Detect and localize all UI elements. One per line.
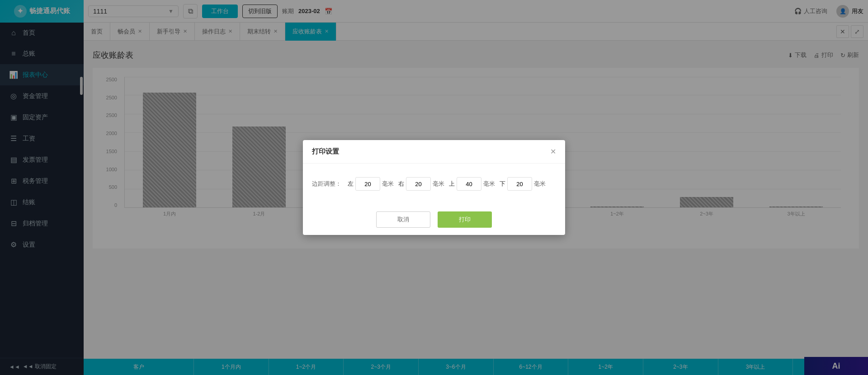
dialog-footer: 取消 打印 (303, 204, 565, 235)
right-label: 右 (398, 180, 404, 188)
bottom-margin-input[interactable] (507, 177, 532, 191)
margin-row: 边距调整： 左 毫米 右 毫米 上 毫米 下 (312, 177, 556, 191)
left-margin-group: 左 毫米 (348, 177, 394, 191)
left-label: 左 (348, 180, 354, 188)
margin-label: 边距调整： (312, 180, 341, 188)
left-margin-input[interactable] (355, 177, 380, 191)
dialog-body: 边距调整： 左 毫米 右 毫米 上 毫米 下 (303, 164, 565, 204)
print-settings-dialog: 打印设置 ✕ 边距调整： 左 毫米 右 毫米 上 毫米 (303, 140, 565, 235)
bottom-unit: 毫米 (534, 180, 546, 188)
cancel-button[interactable]: 取消 (376, 211, 430, 228)
dialog-title: 打印设置 (312, 147, 339, 156)
bottom-label: 下 (500, 180, 505, 188)
top-margin-input[interactable] (457, 177, 481, 191)
modal-overlay[interactable]: 打印设置 ✕ 边距调整： 左 毫米 右 毫米 上 毫米 (0, 0, 868, 375)
top-margin-group: 上 毫米 (449, 177, 495, 191)
top-label: 上 (449, 180, 455, 188)
left-unit: 毫米 (382, 180, 394, 188)
right-unit: 毫米 (433, 180, 444, 188)
dialog-close-button[interactable]: ✕ (550, 147, 556, 156)
confirm-print-button[interactable]: 打印 (438, 211, 492, 228)
right-margin-group: 右 毫米 (398, 177, 444, 191)
top-unit: 毫米 (483, 180, 495, 188)
bottom-margin-group: 下 毫米 (500, 177, 546, 191)
dialog-header: 打印设置 ✕ (303, 140, 565, 164)
right-margin-input[interactable] (406, 177, 431, 191)
